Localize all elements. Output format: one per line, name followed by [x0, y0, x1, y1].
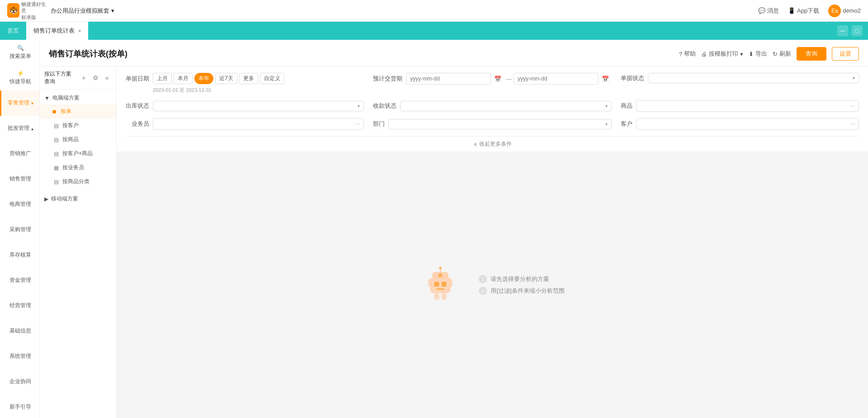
tabbar-actions: ─ □: [837, 25, 868, 36]
tab-home[interactable]: 首页: [0, 22, 26, 40]
sidebar-item-retail[interactable]: 零售管理 ▾: [0, 90, 39, 116]
collapse-up-icon: ∧: [473, 141, 477, 147]
logo-icon: 🐯: [7, 3, 19, 18]
table-icon: ▤: [52, 122, 60, 129]
more-icon3: ···: [355, 121, 360, 127]
settings-button[interactable]: 设置: [832, 47, 859, 61]
sidebar: 🔍 搜索菜单 ⚡ 快捷导航 零售管理 ▾ 批发管理 ▴ 营销推广 销售管理 电商…: [0, 40, 40, 418]
scheme-item-by-customer[interactable]: ▤ 按客户: [40, 119, 116, 133]
tabbar: 首页 销售订单统计表 × ─ □: [0, 22, 868, 40]
sidebar-item-operations[interactable]: 经营管理: [0, 293, 39, 318]
export-icon: ⬇: [749, 51, 754, 57]
arrow-down-icon: ▼: [44, 95, 50, 101]
sidebar-item-ecommerce[interactable]: 电商管理: [0, 192, 39, 217]
sidebar-item-finance[interactable]: 资金管理: [0, 268, 39, 293]
more-btn[interactable]: 更多: [239, 73, 258, 84]
active-dot: [52, 110, 56, 114]
tip-number-2: 2: [479, 287, 487, 295]
dept-select[interactable]: ▾: [388, 119, 611, 129]
prev-month-btn[interactable]: 上月: [153, 73, 172, 84]
sidebar-item-purchase[interactable]: 采购管理: [0, 217, 39, 242]
help-btn[interactable]: ? 帮助: [679, 50, 696, 58]
sidebar-item-enterprise[interactable]: 企业协同: [0, 369, 39, 394]
main-layout: 🔍 搜索菜单 ⚡ 快捷导航 零售管理 ▾ 批发管理 ▴ 营销推广 销售管理 电商…: [0, 40, 868, 418]
main-area: 按以下方案查询 + ⚙ « ▼ 电脑端方案 按单: [40, 66, 868, 418]
scheme-item-by-order[interactable]: 按单: [40, 104, 116, 119]
sidebar-item-system[interactable]: 系统管理: [0, 344, 39, 369]
scheme-item-by-customer-goods[interactable]: ▤ 按客户+商品: [40, 147, 116, 161]
salesperson-select[interactable]: ···: [153, 118, 364, 130]
customer-field: 客户 ···: [621, 118, 859, 130]
mobile-section-header[interactable]: ▶ 移动端方案: [40, 192, 116, 205]
scheme-settings-btn[interactable]: ⚙: [91, 73, 100, 82]
scheme-item-by-salesperson[interactable]: ▦ 按业务员: [40, 161, 116, 175]
account-dropdown[interactable]: 办公用品行业模拟账套 ▾: [51, 7, 114, 15]
add-scheme-btn[interactable]: +: [79, 73, 88, 82]
this-year-btn[interactable]: 本年: [194, 73, 213, 84]
print-icon: 🖨: [701, 51, 707, 57]
refresh-btn[interactable]: ↻ 刷新: [773, 50, 791, 58]
sidebar-item-inventory[interactable]: 库存核算: [0, 242, 39, 268]
pc-section-header[interactable]: ▼ 电脑端方案: [40, 91, 116, 104]
filter-section: 单据日期 上月 本月 本年 近7天 更多 自定义: [117, 66, 868, 152]
this-month-btn[interactable]: 本月: [174, 73, 193, 84]
scheme-collapse-btn[interactable]: «: [103, 73, 112, 82]
sidebar-item-quicknav[interactable]: ⚡ 快捷导航: [0, 65, 39, 90]
dept-field: 部门 ▾: [373, 119, 611, 129]
export-btn[interactable]: ⬇ 导出: [749, 50, 767, 58]
pay-status-select[interactable]: ▾: [400, 101, 611, 111]
ship-status-label: 出库状态: [126, 102, 149, 110]
collapse-bar[interactable]: ∧ 收起更多条件: [126, 136, 859, 152]
app-download-btn[interactable]: 📱 App下载: [788, 7, 819, 15]
tip-number-1: 1: [479, 275, 487, 283]
chevron-icon: ▾: [31, 101, 33, 106]
ship-status-select[interactable]: ▾: [153, 101, 364, 111]
arrow-icon3: ▾: [605, 122, 608, 127]
scheme-item-by-goods[interactable]: ▤ 按商品: [40, 133, 116, 147]
pay-status-label: 收款状态: [373, 102, 396, 110]
sidebar-item-sales[interactable]: 销售管理: [0, 166, 39, 192]
help-icon: ?: [679, 51, 682, 57]
arrow-right-icon: ▶: [44, 196, 48, 202]
print-dropdown-icon: ▾: [740, 51, 743, 57]
page-title: 销售订单统计表(按单): [49, 48, 127, 59]
sidebar-item-marketing[interactable]: 营销推广: [0, 141, 39, 166]
goods-select[interactable]: ···: [636, 100, 859, 112]
arrow-icon2: ▾: [605, 104, 608, 109]
more-icon: ···: [850, 103, 855, 109]
sidebar-item-wholesale[interactable]: 批发管理 ▴: [0, 116, 39, 141]
doc-status-select[interactable]: ▾: [648, 73, 859, 83]
template-print-btn[interactable]: 🖨 按模板打印 ▾: [701, 50, 743, 58]
goods-field: 商品 ···: [621, 100, 859, 112]
window-maximize-btn[interactable]: □: [852, 25, 863, 36]
expected-date-from[interactable]: [406, 73, 491, 85]
topbar: 🐯 畅捷通好生意 标准版 办公用品行业模拟账套 ▾ 💬 消息 📱 App下载 E…: [0, 0, 868, 22]
expected-date-to[interactable]: [514, 73, 599, 85]
table-icon: ▤: [52, 178, 60, 185]
topbar-center: 办公用品行业模拟账套 ▾: [47, 7, 758, 15]
query-button[interactable]: 查询: [797, 47, 826, 61]
scheme-item-by-goods-category[interactable]: ▤ 按商品分类: [40, 175, 116, 189]
svg-point-9: [439, 273, 443, 277]
svg-rect-0: [430, 277, 451, 293]
expected-date-field: 预计交货期 📅 — 📅: [373, 73, 611, 85]
7days-btn[interactable]: 近7天: [215, 73, 237, 84]
sidebar-item-search[interactable]: 🔍 搜索菜单: [0, 40, 39, 65]
custom-btn[interactable]: 自定义: [260, 73, 284, 84]
pc-section: ▼ 电脑端方案 按单 ▤ 按客户 ▤ 按商品: [40, 90, 116, 190]
ship-status-field: 出库状态 ▾: [126, 101, 364, 111]
user-menu[interactable]: Ea demo2: [828, 5, 861, 17]
window-minimize-btn[interactable]: ─: [837, 25, 848, 36]
tab-close-icon[interactable]: ×: [78, 28, 81, 33]
customer-select[interactable]: ···: [636, 118, 859, 130]
logo-text: 畅捷通好生意 标准版: [21, 1, 47, 20]
salesperson-field: 业务员 ···: [126, 118, 364, 130]
avatar: Ea: [828, 5, 841, 17]
tab-sales-order-stats[interactable]: 销售订单统计表 ×: [26, 22, 88, 40]
sidebar-item-basic[interactable]: 基础信息: [0, 318, 39, 344]
chevron-icon: ▴: [31, 126, 33, 131]
sidebar-item-newuser[interactable]: 新手引导: [0, 394, 39, 418]
page-actions: ? 帮助 🖨 按模板打印 ▾ ⬇ 导出 ↻ 刷新 查询 设置: [679, 47, 859, 61]
message-btn[interactable]: 💬 消息: [758, 7, 779, 15]
chevron-down-icon: ▾: [111, 7, 114, 14]
